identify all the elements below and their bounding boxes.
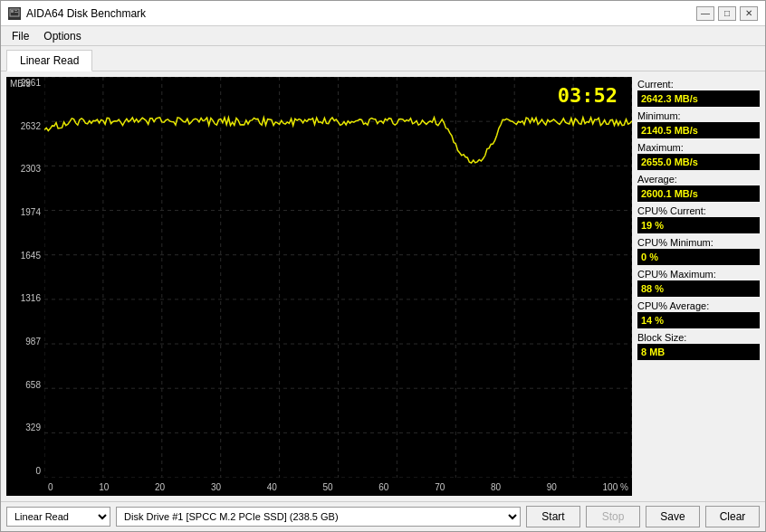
cpu-minimum-value: 0 % bbox=[637, 249, 760, 265]
current-value: 2642.3 MB/s bbox=[637, 90, 760, 107]
y-axis: 2961 2632 2303 1974 1645 1316 987 658 32… bbox=[6, 77, 44, 478]
block-size-value: 8 MB bbox=[637, 344, 760, 360]
stat-maximum: Maximum: 2655.0 MB/s bbox=[637, 142, 760, 170]
close-button[interactable]: ✕ bbox=[740, 6, 758, 21]
drive-select[interactable]: Disk Drive #1 [SPCC M.2 PCIe SSD] (238.5… bbox=[116, 507, 521, 527]
window-title: AIDA64 Disk Benchmark bbox=[26, 7, 146, 20]
stat-cpu-current: CPU% Current: 19 % bbox=[637, 205, 760, 233]
average-value: 2600.1 MB/s bbox=[637, 185, 760, 202]
time-display: 03:52 bbox=[558, 84, 618, 107]
y-label-8: 329 bbox=[25, 423, 41, 432]
minimize-button[interactable]: — bbox=[696, 6, 714, 21]
x-label-1: 10 bbox=[99, 482, 109, 492]
main-window: AIDA64 Disk Benchmark — □ ✕ File Options… bbox=[0, 0, 766, 532]
app-icon bbox=[8, 7, 21, 20]
y-label-5: 1316 bbox=[21, 294, 41, 303]
y-label-1: 2632 bbox=[21, 122, 41, 131]
x-label-0: 0 bbox=[48, 482, 53, 492]
cpu-maximum-value: 88 % bbox=[637, 280, 760, 297]
x-label-9: 90 bbox=[547, 482, 557, 492]
menu-bar: File Options bbox=[1, 26, 765, 46]
menu-options[interactable]: Options bbox=[36, 28, 88, 44]
maximum-value: 2655.0 MB/s bbox=[637, 154, 760, 170]
current-label: Current: bbox=[637, 79, 760, 90]
block-size-label: Block Size: bbox=[637, 332, 760, 343]
x-label-7: 70 bbox=[435, 482, 445, 492]
x-label-4: 40 bbox=[267, 482, 277, 492]
save-button[interactable]: Save bbox=[646, 506, 700, 527]
stat-current: Current: 2642.3 MB/s bbox=[637, 79, 760, 107]
cpu-maximum-label: CPU% Maximum: bbox=[637, 269, 760, 280]
cpu-minimum-label: CPU% Minimum: bbox=[637, 237, 760, 248]
tab-linear-read[interactable]: Linear Read bbox=[6, 50, 92, 71]
x-label-2: 20 bbox=[155, 482, 165, 492]
y-label-4: 1645 bbox=[21, 252, 41, 261]
maximum-label: Maximum: bbox=[637, 142, 760, 153]
minimum-value: 2140.5 MB/s bbox=[637, 122, 760, 138]
title-bar-left: AIDA64 Disk Benchmark bbox=[8, 7, 146, 20]
average-label: Average: bbox=[637, 174, 760, 185]
main-content: MB/s 2961 2632 2303 1974 1645 1316 987 6… bbox=[1, 71, 765, 501]
minimum-label: Minimum: bbox=[637, 110, 760, 121]
cpu-current-label: CPU% Current: bbox=[637, 205, 760, 216]
stat-average: Average: 2600.1 MB/s bbox=[637, 174, 760, 202]
x-axis: 0 10 20 30 40 50 60 70 80 90 100 % bbox=[44, 478, 632, 496]
svg-rect-2 bbox=[14, 10, 17, 11]
x-label-3: 30 bbox=[211, 482, 221, 492]
y-label-6: 987 bbox=[25, 337, 41, 347]
bottom-controls: Linear Read Linear Write Random Read Ran… bbox=[6, 507, 521, 527]
y-label-3: 1974 bbox=[21, 208, 41, 217]
maximize-button[interactable]: □ bbox=[718, 6, 736, 21]
cpu-average-value: 14 % bbox=[637, 312, 760, 328]
y-label-0: 2961 bbox=[21, 79, 41, 88]
stat-block-size: Block Size: 8 MB bbox=[637, 332, 760, 360]
stat-cpu-minimum: CPU% Minimum: 0 % bbox=[637, 237, 760, 265]
x-label-6: 60 bbox=[378, 482, 388, 492]
chart-area: MB/s 2961 2632 2303 1974 1645 1316 987 6… bbox=[6, 77, 632, 496]
start-button[interactable]: Start bbox=[526, 506, 580, 527]
title-controls: — □ ✕ bbox=[696, 6, 758, 21]
cpu-current-value: 19 % bbox=[637, 217, 760, 233]
tabs-bar: Linear Read bbox=[1, 46, 765, 71]
x-label-8: 80 bbox=[491, 482, 501, 492]
y-label-7: 658 bbox=[25, 381, 41, 390]
chart-container: 2961 2632 2303 1974 1645 1316 987 658 32… bbox=[6, 77, 632, 496]
cpu-average-label: CPU% Average: bbox=[637, 300, 760, 311]
svg-rect-1 bbox=[11, 10, 14, 13]
stat-cpu-maximum: CPU% Maximum: 88 % bbox=[637, 269, 760, 297]
stats-panel: Current: 2642.3 MB/s Minimum: 2140.5 MB/… bbox=[637, 77, 760, 496]
title-bar: AIDA64 Disk Benchmark — □ ✕ bbox=[1, 1, 765, 26]
menu-file[interactable]: File bbox=[5, 28, 36, 44]
action-buttons: Start Stop Save Clear bbox=[526, 506, 760, 527]
y-label-2: 2303 bbox=[21, 165, 41, 174]
bottom-bar: Linear Read Linear Write Random Read Ran… bbox=[1, 501, 765, 531]
test-select[interactable]: Linear Read Linear Write Random Read Ran… bbox=[6, 507, 110, 527]
svg-rect-3 bbox=[14, 12, 18, 13]
stop-button[interactable]: Stop bbox=[586, 506, 640, 527]
stat-cpu-average: CPU% Average: 14 % bbox=[637, 300, 760, 328]
stat-minimum: Minimum: 2140.5 MB/s bbox=[637, 110, 760, 138]
x-label-10: 100 % bbox=[603, 482, 628, 492]
clear-button[interactable]: Clear bbox=[705, 506, 760, 527]
chart-plot bbox=[44, 77, 632, 478]
x-label-5: 50 bbox=[323, 482, 333, 492]
y-label-9: 0 bbox=[35, 467, 41, 476]
